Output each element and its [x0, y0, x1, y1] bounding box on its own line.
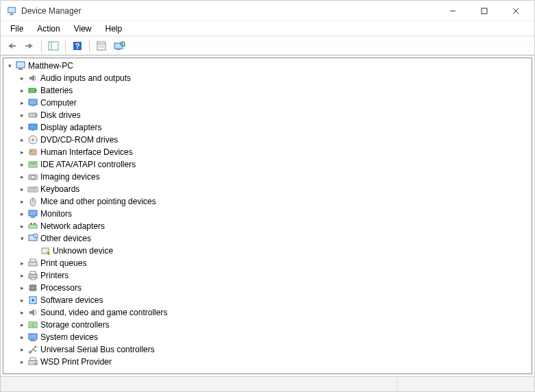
tree-category-node[interactable]: ▸Computer	[16, 97, 532, 109]
tree-category-node[interactable]: ▸Software devices	[16, 294, 532, 306]
status-cell	[397, 377, 534, 391]
battery-icon	[27, 85, 38, 96]
tree-category-node[interactable]: ▸Batteries	[16, 84, 532, 97]
chevron-down-icon[interactable]: ▾	[5, 61, 14, 71]
tree-category-node[interactable]: ▸System devices	[16, 331, 532, 343]
chevron-right-icon[interactable]: ▸	[17, 258, 27, 268]
menu-view[interactable]: View	[67, 23, 99, 35]
tree-category-node[interactable]: ▸Universal Serial Bus controllers	[16, 343, 532, 356]
tree-category-node[interactable]: ▸Monitors	[16, 208, 532, 220]
keyboard-icon	[27, 184, 38, 195]
tree-device-node[interactable]: !Unknown device	[28, 245, 532, 257]
software-icon	[27, 295, 38, 306]
tree-category-label: Processors	[40, 283, 82, 293]
tree-category-node[interactable]: ▸Audio inputs and outputs	[16, 72, 532, 84]
tree-category-label: Print queues	[40, 258, 86, 268]
toolbar-separator	[41, 40, 42, 52]
chevron-right-icon[interactable]: ▸	[17, 172, 27, 182]
tree-category-node[interactable]: ▸Keyboards	[16, 183, 532, 195]
tree-category-label: Printers	[40, 271, 69, 280]
tree-category-label: Keyboards	[40, 184, 79, 194]
chevron-right-icon[interactable]: ▸	[17, 147, 27, 157]
svg-point-28	[35, 114, 36, 116]
svg-rect-18	[116, 49, 121, 50]
chevron-right-icon[interactable]: ▸	[17, 332, 27, 342]
tree-category-node[interactable]: ▸Display adapters	[16, 121, 532, 134]
chevron-down-icon[interactable]: ▾	[17, 234, 27, 243]
svg-point-66	[32, 299, 34, 302]
svg-rect-45	[29, 210, 37, 216]
tree-category-node[interactable]: ▸WSD Print Provider	[16, 356, 532, 368]
svg-point-32	[32, 139, 34, 141]
tree-category-node[interactable]: ▸Network adapters	[16, 220, 532, 232]
statusbar	[1, 376, 534, 391]
chevron-right-icon[interactable]: ▸	[17, 160, 27, 169]
printer-icon	[27, 270, 38, 281]
menu-help[interactable]: Help	[99, 23, 129, 35]
close-button[interactable]	[500, 1, 532, 21]
chevron-right-icon[interactable]: ▸	[17, 295, 27, 305]
svg-rect-58	[30, 271, 36, 274]
scan-hardware-button[interactable]	[111, 38, 127, 53]
expander-placeholder	[29, 246, 39, 256]
tree-category-node[interactable]: ▸DVD/CD-ROM drives	[16, 134, 532, 146]
tree-category-label: Computer	[40, 98, 77, 108]
help-button[interactable]: ?	[69, 38, 86, 53]
properties-button[interactable]	[93, 38, 110, 53]
svg-rect-21	[16, 62, 25, 68]
toolbar-separator	[89, 40, 90, 52]
window-title: Device Manager	[21, 6, 81, 16]
tree-category-node[interactable]: ▸Printers	[16, 269, 532, 282]
chevron-right-icon[interactable]: ▸	[17, 283, 27, 293]
tree-category-node[interactable]: ▸Print queues	[16, 257, 532, 269]
minimize-button[interactable]	[437, 1, 469, 21]
tree-category-node[interactable]: ▸Processors	[16, 282, 532, 294]
tree-root-node[interactable]: ▾Matthew-PC	[3, 60, 532, 72]
chevron-right-icon[interactable]: ▸	[17, 98, 27, 108]
tree-category-node[interactable]: ▾?Other devices	[16, 232, 532, 245]
tree-category-label: Network adapters	[40, 221, 105, 231]
tree-category-label: DVD/CD-ROM drives	[40, 135, 118, 145]
chevron-right-icon[interactable]: ▸	[17, 209, 27, 219]
tree-category-node[interactable]: ▸Storage controllers	[16, 319, 532, 331]
tree-category-node[interactable]: ▸Disk drives	[16, 109, 532, 121]
device-tree-pane[interactable]: ▾Matthew-PC▸Audio inputs and outputs▸Bat…	[3, 58, 532, 374]
chevron-right-icon[interactable]: ▸	[17, 357, 27, 367]
svg-rect-33	[29, 149, 36, 155]
chevron-right-icon[interactable]: ▸	[17, 308, 27, 317]
chevron-right-icon[interactable]: ▸	[17, 123, 27, 132]
chevron-right-icon[interactable]: ▸	[17, 110, 27, 120]
chevron-right-icon[interactable]: ▸	[17, 320, 27, 330]
svg-rect-70	[30, 340, 36, 341]
tree-category-node[interactable]: ▸IDE ATA/ATAPI controllers	[16, 158, 532, 171]
svg-rect-25	[29, 99, 37, 105]
chevron-right-icon[interactable]: ▸	[17, 184, 27, 194]
tree-category-node[interactable]: ▸Imaging devices	[16, 171, 532, 183]
imaging-icon	[27, 171, 38, 182]
chevron-right-icon[interactable]: ▸	[17, 221, 27, 231]
chevron-right-icon[interactable]: ▸	[17, 197, 27, 206]
svg-rect-22	[18, 69, 23, 70]
tree-category-node[interactable]: ▸Mice and other pointing devices	[16, 195, 532, 208]
svg-rect-77	[30, 358, 36, 360]
forward-button[interactable]	[21, 38, 38, 53]
maximize-button[interactable]	[469, 1, 500, 21]
display-icon	[27, 122, 38, 133]
chevron-right-icon[interactable]: ▸	[17, 73, 27, 83]
chevron-right-icon[interactable]: ▸	[17, 86, 27, 95]
chevron-right-icon[interactable]: ▸	[17, 271, 27, 280]
chevron-right-icon[interactable]: ▸	[17, 135, 27, 145]
menu-file[interactable]: File	[3, 23, 30, 35]
optical-icon	[27, 134, 38, 145]
svg-rect-1	[10, 13, 13, 14]
chevron-right-icon[interactable]: ▸	[17, 345, 27, 354]
menu-action[interactable]: Action	[30, 23, 66, 35]
tree-category-node[interactable]: ▸Sound, video and game controllers	[16, 306, 532, 319]
show-hide-tree-button[interactable]	[45, 38, 62, 53]
tree-category-label: Software devices	[40, 295, 103, 305]
svg-rect-30	[32, 130, 34, 131]
tree-category-node[interactable]: ▸Human Interface Devices	[16, 146, 532, 158]
back-button[interactable]	[3, 38, 20, 53]
svg-rect-48	[30, 223, 32, 225]
other-icon: ?	[27, 233, 38, 244]
